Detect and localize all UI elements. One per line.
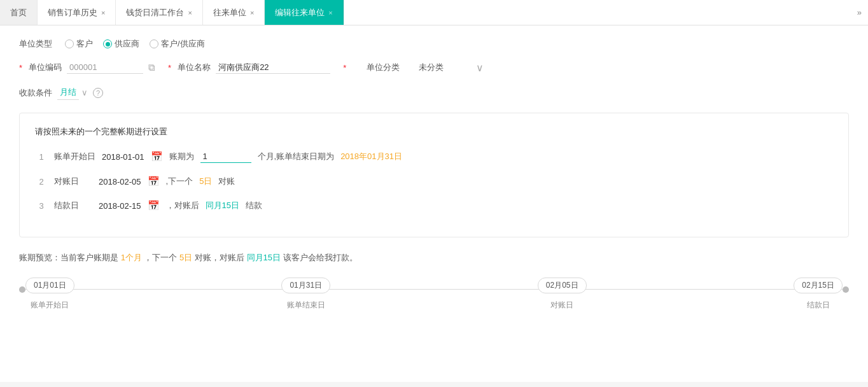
tab-partner-units-close[interactable]: × — [250, 9, 254, 17]
row3-highlight: 同月15日 — [206, 200, 239, 211]
row2-after: 对账 — [218, 176, 235, 187]
setting-num-2: 2 — [35, 177, 48, 186]
unit-type-row: 单位类型 客户 供应商 客户/供应商 — [19, 38, 849, 50]
tab-sales-history-close[interactable]: × — [101, 9, 105, 17]
timeline-label-3: 对账日 — [550, 300, 573, 311]
content-area: 单位类型 客户 供应商 客户/供应商 * 单位编码 ⧉ * 单位名称 — [0, 25, 868, 382]
radio-customer-circle — [65, 39, 74, 48]
payment-condition-value[interactable]: 月结 — [57, 85, 79, 100]
timeline-pill-1: 01月01日 — [25, 278, 74, 293]
unit-classify-group: * 单位分类 未分类 ∨ — [343, 62, 484, 74]
tab-partner-units[interactable]: 往来单位 × — [203, 0, 265, 25]
unit-name-group: * 单位名称 — [168, 61, 330, 74]
setting-cal-1[interactable]: 📅 — [151, 151, 163, 162]
timeline-node-4: 02月15日 结款日 — [794, 278, 843, 311]
unit-name-star: * — [168, 63, 171, 73]
setting-num-1: 1 — [35, 152, 48, 162]
timeline-node-2: 01月31日 账单结束日 — [281, 278, 330, 311]
help-icon[interactable]: ? — [93, 88, 103, 98]
setting-num-3: 3 — [35, 201, 48, 211]
row2-highlight: 5日 — [199, 176, 212, 187]
unit-info-row: * 单位编码 ⧉ * 单位名称 * 单位分类 未分类 ∨ — [19, 61, 849, 74]
unit-classify-star: * — [343, 63, 346, 73]
preview-highlight1: 1个月 — [121, 253, 142, 262]
radio-both-circle — [150, 39, 158, 48]
timeline-node-1: 01月01日 账单开始日 — [25, 278, 74, 311]
period-input[interactable] — [200, 150, 251, 163]
period-unit: 个月,账单结束日期为 — [258, 151, 335, 162]
timeline-pill-3: 02月05日 — [538, 278, 587, 293]
timeline-wrapper: 01月01日 账单开始日 01月31日 账单结束日 02月05日 对账日 02月… — [19, 278, 849, 311]
tab-sales-history-label: 销售订单历史 — [48, 7, 97, 18]
timeline-node-3: 02月05日 对账日 — [538, 278, 587, 311]
unit-classify-value: 未分类 — [419, 62, 457, 73]
radio-both[interactable]: 客户/供应商 — [150, 38, 205, 50]
timeline-pill-4: 02月15日 — [794, 278, 843, 293]
setting-row-2: 2 对账日 2018-02-05 📅 ,下一个 5日 对账 — [35, 176, 833, 187]
preview-highlight2: 5日 — [179, 253, 192, 262]
preview-prefix: 账期预览：当前客户账期是 — [19, 253, 118, 262]
unit-name-label: 单位名称 — [178, 62, 211, 73]
radio-supplier-circle — [103, 39, 112, 48]
period-label: 账期为 — [169, 151, 194, 162]
radio-supplier-label: 供应商 — [115, 38, 139, 50]
radio-both-label: 客户/供应商 — [161, 38, 205, 50]
preview-middle1: ，下一个 — [144, 253, 177, 262]
setting-row-3: 3 结款日 2018-02-15 📅 ，对账后 同月15日 结款 — [35, 200, 833, 211]
timeline-label-4: 结款日 — [807, 300, 830, 311]
payment-condition-dropdown-icon[interactable]: ∨ — [81, 88, 88, 97]
tab-edit-partner-label: 编辑往来单位 — [275, 7, 325, 18]
unit-classify-dropdown-icon[interactable]: ∨ — [476, 62, 484, 74]
unit-code-star: * — [19, 63, 22, 73]
tabs-expand-button[interactable]: » — [851, 0, 868, 25]
timeline-label-1: 账单开始日 — [31, 300, 69, 311]
radio-supplier[interactable]: 供应商 — [103, 38, 139, 50]
radio-customer[interactable]: 客户 — [65, 38, 93, 50]
preview-highlight3: 同月15日 — [247, 253, 281, 262]
row3-after: 结款 — [246, 200, 262, 211]
timeline-items: 01月01日 账单开始日 01月31日 账单结束日 02月05日 对账日 02月… — [25, 278, 843, 311]
timeline-label-2: 账单结束日 — [287, 300, 325, 311]
unit-type-label: 单位类型 — [19, 38, 52, 50]
tab-cash-work-close[interactable]: × — [188, 9, 192, 17]
tab-home[interactable]: 首页 — [0, 0, 38, 25]
setting-cal-3[interactable]: 📅 — [148, 200, 160, 211]
timeline-pill-2: 01月31日 — [281, 278, 330, 293]
tab-cash-work-label: 钱货日清工作台 — [126, 7, 184, 18]
tab-edit-partner-close[interactable]: × — [328, 9, 332, 17]
tab-partner-units-label: 往来单位 — [213, 7, 246, 18]
row3-prefix: ，对账后 — [166, 200, 199, 211]
setting-date-3: 2018-02-15 — [99, 201, 141, 211]
setting-label-1: 账单开始日 — [54, 151, 95, 162]
tab-edit-partner[interactable]: 编辑往来单位 × — [265, 0, 343, 25]
tab-cash-work[interactable]: 钱货日清工作台 × — [116, 0, 202, 25]
preview-text: 账期预览：当前客户账期是 1个月 ，下一个 5日 对账，对账后 同月15日 该客… — [19, 250, 849, 265]
preview-suffix: 该客户会给我打款。 — [283, 253, 358, 262]
preview-middle2: 对账，对账后 — [195, 253, 244, 262]
setting-label-2: 对账日 — [54, 176, 92, 187]
unit-code-input[interactable] — [67, 61, 143, 74]
settings-title: 请按照未来的一个完整帐期进行设置 — [35, 126, 833, 137]
unit-code-group: * 单位编码 ⧉ — [19, 61, 155, 74]
timeline-left-dot — [19, 286, 25, 293]
unit-name-input[interactable] — [216, 61, 330, 74]
setting-date-2: 2018-02-05 — [99, 177, 141, 186]
payment-condition-label: 收款条件 — [19, 87, 52, 99]
unit-classify-label: 单位分类 — [367, 62, 400, 73]
timeline-right-dot — [843, 286, 849, 293]
unit-code-label: 单位编码 — [29, 62, 62, 73]
setting-label-3: 结款日 — [54, 200, 92, 211]
setting-date-1: 2018-01-01 — [102, 152, 144, 162]
tab-home-label: 首页 — [10, 7, 27, 18]
row2-prefix: ,下一个 — [166, 176, 193, 187]
period-end-date: 2018年01月31日 — [340, 151, 402, 162]
tab-sales-history[interactable]: 销售订单历史 × — [38, 0, 116, 25]
unit-code-copy-icon[interactable]: ⧉ — [148, 62, 155, 73]
settings-box: 请按照未来的一个完整帐期进行设置 1 账单开始日 2018-01-01 📅 账期… — [19, 113, 849, 237]
expand-icon: » — [857, 8, 862, 17]
setting-cal-2[interactable]: 📅 — [148, 176, 160, 187]
condition-select: 月结 ∨ — [57, 85, 88, 100]
setting-row-1: 1 账单开始日 2018-01-01 📅 账期为 个月,账单结束日期为 2018… — [35, 150, 833, 163]
unit-type-radio-group: 客户 供应商 客户/供应商 — [65, 38, 205, 50]
condition-row: 收款条件 月结 ∨ ? — [19, 85, 849, 100]
